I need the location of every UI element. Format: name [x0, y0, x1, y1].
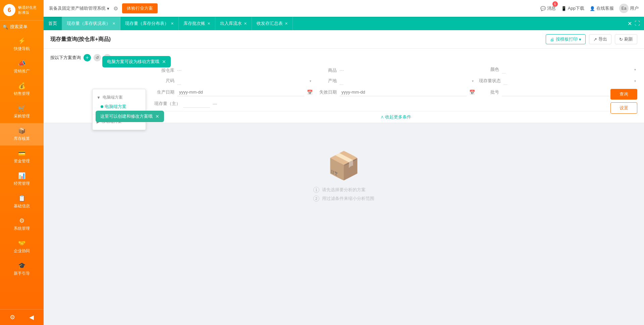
header-right: 💬 消息 6 📱 App下载 👤 在线客服 Ea 用户: [540, 4, 639, 13]
sidebar-item-sales[interactable]: 💰 销售管理: [0, 78, 44, 101]
stock-amount-min-input[interactable]: [183, 100, 210, 108]
notification-btn[interactable]: 💬 消息 6: [540, 5, 556, 11]
collapse-more-conditions-btn[interactable]: ∧ 收起更多条件: [154, 111, 637, 123]
warehouse-label: 按仓库: [154, 67, 174, 73]
phone-icon: 📱: [561, 6, 567, 11]
inventory-icon: 📦: [18, 127, 25, 134]
app-download-btn[interactable]: 📱 App下载: [561, 5, 584, 11]
tab-batch-account[interactable]: 库存批次账 ✕: [179, 17, 215, 30]
tooltip1-close-btn[interactable]: ✕: [162, 59, 166, 64]
export-icon: ↗: [593, 37, 597, 42]
expire-date-input[interactable]: [339, 88, 467, 96]
page-title: 现存量查询(按仓库+商品): [50, 36, 111, 43]
color-chevron-icon: ▾: [634, 68, 636, 71]
produce-date-calendar-icon[interactable]: 📅: [307, 90, 313, 95]
stock-status-filter-row: 现存量状态 ▾: [479, 77, 637, 85]
expire-date-label: 失效日期: [317, 89, 337, 95]
empty-state: 📦 1 请先选择要分析的方案 2 用过滤条件来缩小分析范围: [44, 123, 644, 228]
search-icon: 🔍: [3, 24, 8, 30]
tab-close-inventory-status[interactable]: ✕: [112, 21, 115, 26]
scheme-item-pc[interactable]: 电脑端方案: [97, 102, 142, 112]
tab-inventory-dist[interactable]: 现存量（库存分布表） ✕: [120, 17, 179, 30]
stock-status-chevron-icon: ▾: [634, 79, 636, 83]
app-selector[interactable]: 装备及固定资产辅助管理系统 ▾: [49, 5, 109, 11]
template-print-btn[interactable]: 🖨 按模板打印 ▾: [546, 34, 586, 44]
size-chevron-icon: ▾: [310, 79, 311, 83]
size-select[interactable]: [177, 77, 181, 85]
expire-date-calendar-icon[interactable]: 📅: [469, 90, 475, 95]
scheme-panel: ▼ 电脑端方案 电脑端方案 ▶ 移动端方案: [92, 89, 146, 130]
tab-close-batch-account[interactable]: ✕: [207, 21, 210, 26]
sidebar-item-cooperation[interactable]: 🤝 企业协同: [0, 235, 44, 258]
sidebar-item-basic[interactable]: 📋 基础信息: [0, 191, 44, 213]
tab-close-in-out-flow[interactable]: ✕: [244, 21, 247, 26]
sidebar: 6 畅通好生意 标准版 🔍 搜索菜单 ⚡ 快捷导航 📣 营销推广 💰 销售管理 …: [0, 0, 44, 325]
color-label: 颜色: [479, 66, 499, 72]
active-dot: [101, 105, 103, 108]
tabbar-end: ✕ ⛶: [624, 17, 644, 30]
collapse-sidebar-btn[interactable]: ◀: [29, 314, 34, 321]
reset-btn[interactable]: 设置: [610, 102, 637, 114]
filter-label: 按以下方案查询: [50, 55, 81, 61]
stock-status-select[interactable]: [503, 77, 507, 85]
expand-tab-btn[interactable]: ⛶: [635, 20, 640, 26]
tab-in-out-flow[interactable]: 出入库流水 ✕: [215, 17, 252, 30]
tooltip2-close-btn[interactable]: ✕: [155, 114, 159, 119]
app-name: 装备及固定资产辅助管理系统: [49, 5, 106, 11]
size-label: 尺码: [154, 78, 174, 84]
sidebar-bottom: ⚙ ◀: [0, 309, 44, 325]
sidebar-item-finance[interactable]: 💳 资金管理: [0, 146, 44, 168]
user-avatar[interactable]: Ea 用户: [619, 4, 639, 13]
sidebar-item-operations[interactable]: 📊 经营管理: [0, 168, 44, 191]
goods-filter-row: 商品 ···: [317, 67, 475, 73]
sidebar-logo: 6 畅通好生意 标准版: [0, 0, 44, 20]
sidebar-item-marketing[interactable]: 📣 营销推广: [0, 56, 44, 78]
scheme-pc-title[interactable]: ▼ 电脑端方案: [97, 93, 142, 102]
message-icon: 💬: [540, 6, 546, 11]
header: 装备及固定资产辅助管理系统 ▾ ⚙ 体验行业方案 💬 消息 6 📱 App下载 …: [44, 0, 644, 17]
warehouse-dots[interactable]: ···: [177, 67, 181, 73]
close-all-tabs-btn[interactable]: ✕: [628, 20, 632, 27]
quick-nav-icon: ⚡: [18, 37, 25, 45]
goods-dots[interactable]: ···: [339, 67, 344, 73]
sidebar-item-inventory[interactable]: 📦 库存核算: [0, 123, 44, 146]
chevron-down-icon: ▾: [107, 6, 109, 11]
refresh-btn[interactable]: ↻ 刷新: [615, 34, 637, 44]
produce-date-input[interactable]: [177, 88, 304, 96]
tab-close-inventory-dist[interactable]: ✕: [171, 21, 174, 26]
produce-date-label: 生产日期: [154, 89, 174, 95]
search-btn[interactable]: 查询: [610, 89, 637, 100]
tab-inventory-status[interactable]: 现存量（库存状况表） ✕: [62, 17, 120, 30]
filter-action-buttons: 查询 设置: [610, 89, 637, 114]
empty-steps: 1 请先选择要分析的方案 2 用过滤条件来缩小分析范围: [313, 187, 374, 202]
add-scheme-btn[interactable]: +: [84, 54, 91, 61]
origin-select[interactable]: [339, 77, 343, 85]
tab-recv-summary[interactable]: 收发存汇总表 ✕: [252, 17, 293, 30]
filter-section: 按以下方案查询 + ↺ « 电脑方案可设为移动方案哦 ✕ ▼ 电脑端方案 电脑端…: [44, 49, 644, 123]
sidebar-search[interactable]: 🔍 搜索菜单: [0, 20, 44, 33]
system-icon: ⚙: [19, 217, 24, 224]
size-select-wrap: ▾: [177, 77, 313, 85]
industry-btn[interactable]: 体验行业方案: [122, 3, 158, 13]
sidebar-item-system[interactable]: ⚙ 系统管理: [0, 213, 44, 235]
step-1-num: 1: [313, 187, 319, 193]
support-btn[interactable]: 👤 在线客服: [590, 5, 614, 11]
tab-home[interactable]: 首页: [44, 17, 62, 30]
sidebar-item-guide[interactable]: 🎓 新手引导: [0, 258, 44, 280]
header-settings-btn[interactable]: ⚙: [113, 5, 118, 12]
color-select[interactable]: [502, 65, 506, 73]
empty-step-2: 2 用过滤条件来缩小分析范围: [313, 196, 374, 202]
tooltip-create-scheme: 这里可以创建和修改方案哦 ✕: [96, 111, 164, 122]
export-btn[interactable]: ↗ 导出: [589, 34, 611, 44]
origin-select-wrap: ▾: [339, 77, 475, 85]
chevron-down-icon: ▾: [579, 37, 581, 42]
header-left: 装备及固定资产辅助管理系统 ▾ ⚙ 体验行业方案: [49, 3, 158, 13]
logo-icon: 6: [3, 4, 15, 16]
expire-date-filter-row: 失效日期 📅: [317, 88, 475, 96]
settings-btn[interactable]: ⚙: [10, 314, 15, 321]
goods-label: 商品: [317, 67, 337, 73]
tab-close-recv-summary[interactable]: ✕: [285, 21, 288, 26]
sidebar-item-quick-nav[interactable]: ⚡ 快捷导航: [0, 33, 44, 56]
edit-scheme-btn[interactable]: ↺: [94, 54, 101, 61]
sidebar-item-purchase[interactable]: 🛒 采购管理: [0, 101, 44, 123]
